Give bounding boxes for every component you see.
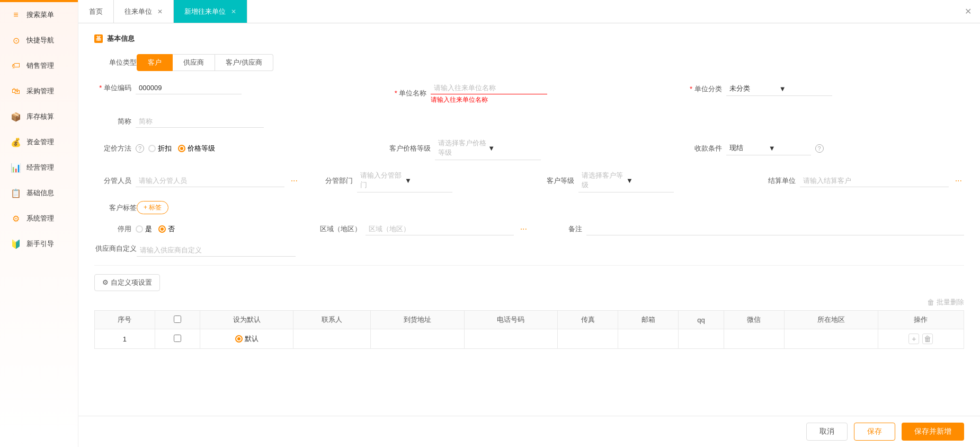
search-icon: ≡ <box>11 10 21 20</box>
sidebar-item-basic-info[interactable]: 📋 基础信息 <box>2 181 76 205</box>
dept-chevron: ▼ <box>405 177 449 185</box>
cust-level-placeholder: 请选择客户等级 <box>582 171 626 190</box>
sidebar-label-search: 搜索菜单 <box>26 10 54 20</box>
remarks-input[interactable] <box>586 223 964 235</box>
tab-new-partner[interactable]: 新增往来单位 ✕ <box>174 0 247 23</box>
cust-level-chevron: ▼ <box>626 177 671 185</box>
sidebar-item-purchase[interactable]: 🛍 采购管理 <box>2 80 76 103</box>
section-title-icon: 基 <box>94 34 103 43</box>
disabled-yes[interactable]: 是 <box>136 224 152 234</box>
batch-delete-label[interactable]: 批量删除 <box>937 297 964 307</box>
settlement-more-btn[interactable]: ··· <box>953 176 964 186</box>
unit-name-input[interactable] <box>431 82 547 94</box>
sidebar-label-operations: 经营管理 <box>26 163 54 172</box>
row-supplier-custom: 供应商自定义 <box>94 244 964 257</box>
col-email: 邮箱 <box>618 311 679 329</box>
cancel-button[interactable]: 取消 <box>806 423 848 441</box>
dept-select[interactable]: 请输入分管部门 ▼ <box>357 169 452 192</box>
main-content: 首页 往来单位 ✕ 新增往来单位 ✕ ✕ 基 基本信息 单位类型 客户 供应商 … <box>78 0 980 447</box>
dept-field: 分管部门 请输入分管部门 ▼ <box>316 169 521 192</box>
cust-price-level-label: 客户价格等级 <box>389 144 431 153</box>
tab-new-partner-label: 新增往来单位 <box>184 7 226 16</box>
row-disabled-region: 停用 是 否 区域（地区） ··· <box>94 223 964 235</box>
sidebar-item-inventory[interactable]: 📦 库存核算 <box>2 105 76 128</box>
sidebar-item-system[interactable]: ⚙ 系统管理 <box>2 207 76 230</box>
guide-icon: 🔰 <box>11 239 21 249</box>
cust-level-select[interactable]: 请选择客户等级 ▼ <box>578 169 674 192</box>
sidebar-label-purchase: 采购管理 <box>26 86 54 96</box>
pricing-radio-level[interactable]: 价格等级 <box>178 144 215 153</box>
unit-name-label: 单位名称 <box>389 89 426 98</box>
manager-more-btn[interactable]: ··· <box>289 176 300 186</box>
supplier-custom-input[interactable] <box>137 244 296 257</box>
cust-price-level-chevron: ▼ <box>488 144 538 152</box>
pricing-info-icon[interactable]: ? <box>136 144 144 153</box>
payment-terms-value: 现结 <box>729 143 769 153</box>
unit-name-error: 请输入往来单位名称 <box>431 95 669 104</box>
payment-terms-field: 收款条件 现结 ▼ ? <box>685 141 964 155</box>
save-new-button[interactable]: 保存并新增 <box>902 423 964 441</box>
add-row-btn[interactable]: + <box>908 334 919 344</box>
tab-home[interactable]: 首页 <box>78 0 114 23</box>
unit-code-input[interactable] <box>136 82 242 94</box>
payment-terms-chevron: ▼ <box>769 144 808 152</box>
pricing-radio-discount[interactable]: 折扣 <box>148 144 172 153</box>
short-name-label: 简称 <box>94 117 131 126</box>
short-name-field: 简称 <box>94 115 264 128</box>
payment-terms-label: 收款条件 <box>685 144 722 153</box>
sidebar-item-finance[interactable]: 💰 资金管理 <box>2 130 76 154</box>
unit-category-select[interactable]: 未分类 ▼ <box>726 82 832 96</box>
sidebar-header <box>0 0 78 2</box>
remarks-field: 备注 <box>545 223 964 235</box>
short-name-input[interactable] <box>136 115 264 128</box>
table-row: 1 默认 <box>95 329 964 349</box>
sidebar-item-search[interactable]: ≡ 搜索菜单 <box>2 3 76 27</box>
payment-terms-select[interactable]: 现结 ▼ <box>726 141 811 155</box>
tab-partner-close[interactable]: ✕ <box>157 8 163 15</box>
pricing-label: 定价方法 <box>94 144 131 153</box>
manager-input[interactable] <box>136 174 284 187</box>
sidebar-item-guide[interactable]: 🔰 新手引导 <box>2 232 76 256</box>
batch-delete-row: 🗑 批量删除 <box>94 297 964 307</box>
trash-icon: 🗑 <box>927 298 934 306</box>
col-fax: 传真 <box>558 311 618 329</box>
settlement-input[interactable] <box>800 174 949 187</box>
tab-partner-units[interactable]: 往来单位 ✕ <box>114 0 174 23</box>
unit-name-field: 单位名称 请输入往来单位名称 <box>389 82 669 104</box>
unit-type-customer[interactable]: 客户 <box>137 54 173 71</box>
custom-settings-btn[interactable]: ⚙ 自定义项设置 <box>94 274 160 291</box>
unit-type-both[interactable]: 客户/供应商 <box>215 54 273 71</box>
disabled-label: 停用 <box>94 224 131 234</box>
row-default-radio[interactable]: 默认 <box>206 334 288 344</box>
sales-icon: 🏷 <box>11 60 21 71</box>
save-button[interactable]: 保存 <box>854 423 895 441</box>
row-checkbox[interactable] <box>174 335 181 342</box>
select-all-checkbox[interactable] <box>174 315 181 323</box>
tab-partner-label: 往来单位 <box>124 7 152 16</box>
sidebar: ≡ 搜索菜单 ⊙ 快捷导航 🏷 销售管理 🛍 采购管理 📦 库存核算 💰 资金管… <box>0 0 78 447</box>
row-fax <box>558 329 618 349</box>
radio-label-discount: 折扣 <box>158 144 172 153</box>
delete-row-btn[interactable]: 🗑 <box>922 334 933 344</box>
sidebar-item-operations[interactable]: 📊 经营管理 <box>2 156 76 179</box>
sidebar-item-quicknav[interactable]: ⊙ 快捷导航 <box>2 29 76 52</box>
region-input[interactable] <box>366 223 514 235</box>
tab-new-partner-close[interactable]: ✕ <box>231 8 236 15</box>
add-tag-btn[interactable]: + 标签 <box>137 201 168 214</box>
supplier-custom-label: 供应商自定义 <box>94 244 137 253</box>
radio-label-yes: 是 <box>145 224 152 234</box>
purchase-icon: 🛍 <box>11 86 21 97</box>
region-more-btn[interactable]: ··· <box>518 224 529 234</box>
unit-type-supplier[interactable]: 供应商 <box>173 54 215 71</box>
unit-type-row: 单位类型 客户 供应商 客户/供应商 <box>94 54 964 71</box>
window-close-button[interactable]: ✕ <box>956 0 980 23</box>
cust-price-level-select[interactable]: 请选择客户价格等级 ▼ <box>435 136 541 160</box>
disabled-no[interactable]: 否 <box>158 224 175 234</box>
sidebar-item-sales[interactable]: 🏷 销售管理 <box>2 54 76 77</box>
sidebar-label-basic-info: 基础信息 <box>26 188 54 198</box>
payment-terms-info-icon[interactable]: ? <box>815 144 824 153</box>
settlement-field: 结算单位 ··· <box>759 174 964 187</box>
tab-home-label: 首页 <box>89 7 103 16</box>
row-contact <box>293 329 370 349</box>
system-icon: ⚙ <box>11 213 21 224</box>
